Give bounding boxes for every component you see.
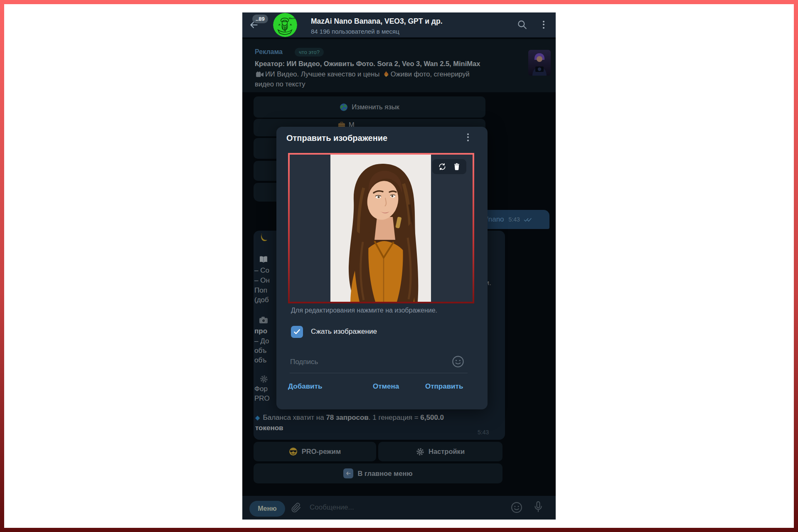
send-button[interactable]: Отправить xyxy=(425,382,463,391)
svg-text:MazAi: MazAi xyxy=(289,17,296,20)
search-icon[interactable] xyxy=(517,19,527,32)
attached-photo[interactable] xyxy=(330,155,431,302)
chat-subtitle: 84 196 пользователей в месяц xyxy=(311,28,399,35)
add-button[interactable]: Добавить xyxy=(288,382,322,391)
more-menu-icon[interactable] xyxy=(540,20,547,29)
compress-label: Сжать изображение xyxy=(311,328,377,336)
check-icon xyxy=(293,329,300,335)
chat-title: MazAi Nano Banana, VEO3, GPT и др. xyxy=(311,17,443,26)
caption-divider xyxy=(290,373,468,373)
caption-input[interactable] xyxy=(290,356,448,368)
page-canvas: ..89 MazAi MazAi Nano Banana, VEO3, GPT … xyxy=(4,4,794,528)
telegram-app: ..89 MazAi MazAi Nano Banana, VEO3, GPT … xyxy=(242,12,556,520)
dialog-more-icon[interactable] xyxy=(464,133,472,142)
unread-count-badge: ..89 xyxy=(252,15,268,23)
replace-image-icon[interactable] xyxy=(438,163,446,171)
bot-avatar[interactable]: MazAi xyxy=(273,13,297,37)
send-image-dialog: Отправить изображение xyxy=(276,127,488,409)
image-tools xyxy=(432,159,466,174)
image-preview-area[interactable] xyxy=(290,155,473,302)
page-frame: ..89 MazAi MazAi Nano Banana, VEO3, GPT … xyxy=(0,0,798,532)
mazai-avatar-icon: MazAi xyxy=(273,13,297,37)
caption-emoji-icon[interactable] xyxy=(451,355,465,370)
edit-hint: Для редактирования нажмите на изображени… xyxy=(291,307,437,314)
cancel-button[interactable]: Отмена xyxy=(373,382,399,391)
compress-checkbox[interactable] xyxy=(291,326,303,338)
dialog-title: Отправить изображение xyxy=(286,133,387,143)
chat-header: ..89 MazAi MazAi Nano Banana, VEO3, GPT … xyxy=(242,12,556,37)
delete-image-icon[interactable] xyxy=(453,163,461,171)
portrait-photo xyxy=(330,155,431,302)
annotation-highlight-frame xyxy=(288,153,474,303)
